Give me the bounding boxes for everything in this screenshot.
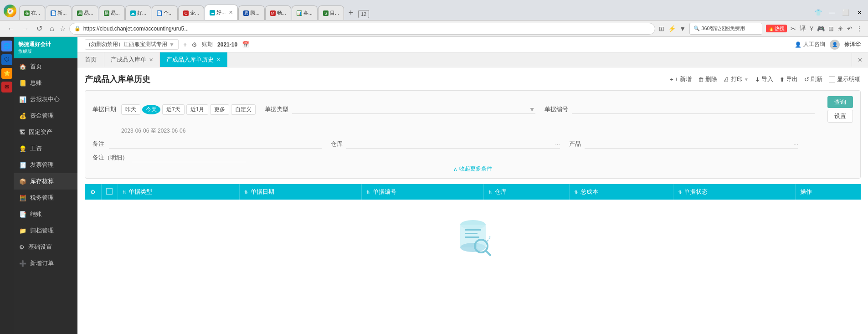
url-bar[interactable]: 🔒 https://cloud.chanjet.com/accounting/u… <box>69 23 656 35</box>
col-voucher-no[interactable]: ⇅ 单据编号 <box>362 184 484 200</box>
import-btn[interactable]: ⬇ 导入 <box>755 75 773 83</box>
address-bar-dropdown[interactable]: ▼ <box>679 25 686 32</box>
company-selector[interactable]: (勿删勿禁用）江西服宝测试专用 ▼ <box>85 39 179 50</box>
tab-9-label: 腾... <box>250 10 259 16</box>
col-checkbox[interactable] <box>101 184 118 200</box>
extensions-icon[interactable]: ⊞ <box>659 25 664 32</box>
refresh-page-btn[interactable]: ↺ 刷新 <box>804 75 822 83</box>
page-tab-voucher-list[interactable]: 产成品入库单 ✕ <box>104 52 160 67</box>
sidebar-item-tax[interactable]: 🧮 税务管理 <box>14 190 77 206</box>
page-tab-history[interactable]: 产成品入库单历史 ✕ <box>160 52 227 67</box>
collapse-btn[interactable]: ∧ 收起更多条件 <box>453 165 492 173</box>
hot-search-badge[interactable]: 🔥热搜 <box>766 25 787 32</box>
date-btn-7days[interactable]: 近7天 <box>162 104 185 115</box>
date-btn-yesterday[interactable]: 昨天 <box>121 104 140 115</box>
filter-remark-detail-input[interactable] <box>132 153 246 162</box>
browser-tab-2[interactable]: 📄 新... <box>46 5 72 20</box>
col-voucher-type[interactable]: ⇅ 单据类型 <box>118 184 240 200</box>
user-avatar[interactable]: 👤 <box>830 40 840 50</box>
filter-warehouse-input[interactable] <box>346 139 555 148</box>
sidebar-item-inventory[interactable]: 📦 库存核算 <box>14 173 77 190</box>
filter-settings-btn[interactable]: 设置 <box>827 110 853 123</box>
print-btn[interactable]: 🖨 打印 ▼ <box>724 75 749 83</box>
close-btn[interactable]: ✕ <box>854 7 864 17</box>
sidebar-item-fund[interactable]: 💰 资金管理 <box>14 108 77 124</box>
col-date[interactable]: ⇅ 单据日期 <box>240 184 362 200</box>
sidebar-item-cloud-report[interactable]: 📊 云报表中心 <box>14 91 77 108</box>
user-service-link[interactable]: 👤 人工咨询 <box>795 41 825 48</box>
home-btn[interactable]: ⌂ <box>48 25 56 33</box>
filter-remark-input[interactable] <box>109 139 322 148</box>
col-status[interactable]: ⇅ 单据状态 <box>673 184 795 200</box>
more-icon[interactable]: ⋮ <box>856 25 863 32</box>
translate-icon[interactable]: 译 <box>800 25 806 33</box>
left-icon-star[interactable]: ⭐ <box>1 68 12 79</box>
date-btn-1month[interactable]: 近1月 <box>186 104 209 115</box>
page-tab-home[interactable]: 首页 <box>77 52 104 67</box>
minimize-btn[interactable]: — <box>827 7 837 17</box>
sidebar-item-fixed-assets[interactable]: 🏗 固定资产 <box>14 124 77 140</box>
sidebar-item-new-order[interactable]: ➕ 新增订单 <box>14 255 77 272</box>
browser-tab-4[interactable]: 易 易... <box>99 5 125 20</box>
sidebar-item-ledger[interactable]: 📒 总账 <box>14 75 77 91</box>
browser-tab-1[interactable]: 在 在... <box>19 5 45 20</box>
filter-product-dots[interactable]: ··· <box>793 140 798 147</box>
browser-tab-3[interactable]: 易 易... <box>72 5 98 20</box>
browser-tab-9[interactable]: 腾 腾... <box>238 5 264 20</box>
filter-no-input[interactable] <box>572 105 815 113</box>
browser-tab-12[interactable]: S 目... <box>318 5 344 20</box>
filter-product-input[interactable] <box>585 139 793 148</box>
browser-tab-7[interactable]: C 企... <box>178 5 204 20</box>
delete-btn[interactable]: 🗑 删除 <box>698 75 717 83</box>
sidebar-item-archive[interactable]: 📁 归档管理 <box>14 222 77 239</box>
shirt-icon[interactable]: 👕 <box>813 7 823 17</box>
sidebar-item-basic-settings[interactable]: ⚙ 基础设置 <box>14 239 77 255</box>
calendar-icon[interactable]: 📅 <box>242 41 249 48</box>
search-btn[interactable]: 查询 <box>827 96 853 108</box>
filter-warehouse-dots[interactable]: ··· <box>555 140 560 147</box>
show-detail-cb[interactable]: 显示明细 <box>829 75 861 83</box>
back-btn[interactable]: ← <box>5 25 16 33</box>
scissors-icon[interactable]: ✂ <box>791 25 796 32</box>
filter-type-dropdown[interactable]: ▼ <box>529 106 535 113</box>
game-icon[interactable]: 🎮 <box>817 25 825 32</box>
company-settings-icon[interactable]: ⚙ <box>191 41 197 48</box>
col-warehouse[interactable]: ⇅ 仓库 <box>484 184 570 200</box>
add-company-btn[interactable]: + <box>183 41 187 48</box>
export-btn[interactable]: ⬆ 导出 <box>780 75 798 83</box>
date-btn-more[interactable]: 更多 <box>210 104 229 115</box>
currency-icon[interactable]: ¥ <box>810 25 813 32</box>
tab-8-close[interactable]: ✕ <box>229 10 233 15</box>
date-btn-custom[interactable]: 自定义 <box>231 104 256 115</box>
left-icon-globe[interactable]: 🌐 <box>1 41 12 51</box>
browser-tab-11[interactable]: 📊 各... <box>292 5 318 20</box>
left-icon-mail[interactable]: ✉ <box>1 82 12 92</box>
browser-tab-6[interactable]: 📄 个... <box>152 5 178 20</box>
bookmark-btn[interactable]: ☆ <box>60 25 66 33</box>
new-tab-btn[interactable]: + <box>344 6 357 19</box>
forward-btn[interactable]: → <box>20 25 31 33</box>
sidebar-item-close-account[interactable]: 📑 结账 <box>14 206 77 222</box>
filter-type-input[interactable] <box>292 105 529 113</box>
lightning-icon[interactable]: ⚡ <box>668 25 676 32</box>
page-tab-history-close[interactable]: ✕ <box>216 57 221 63</box>
sidebar-item-invoice[interactable]: 🧾 发票管理 <box>14 157 77 173</box>
sidebar-item-salary[interactable]: 👷 工资 <box>14 140 77 157</box>
page-tab-voucher-list-close[interactable]: ✕ <box>149 57 153 63</box>
refresh-browser-btn[interactable]: ↺ <box>35 24 44 33</box>
close-all-tabs-btn[interactable]: ✕ <box>852 53 868 67</box>
theme-icon[interactable]: ☀ <box>837 25 843 32</box>
left-icon-shield[interactable]: 🛡 <box>1 54 12 65</box>
history-icon[interactable]: ↶ <box>847 25 853 32</box>
col-total-cost[interactable]: ⇅ 总成本 <box>569 184 673 200</box>
restore-btn[interactable]: ⬜ <box>841 7 851 17</box>
sidebar-item-home[interactable]: 🏠 首页 <box>14 58 77 75</box>
browser-tab-8[interactable]: ☁ 好... ✕ <box>205 5 238 20</box>
browser-tab-5[interactable]: ☁ 好... <box>125 5 151 20</box>
add-btn[interactable]: + + 新增 <box>670 75 692 83</box>
grid-icon[interactable]: ⊞ <box>828 25 834 32</box>
date-btn-today[interactable]: 今天 <box>142 105 160 114</box>
search-bar-360[interactable]: 🔍 360智能抠图免费用 <box>689 23 762 35</box>
browser-tab-10[interactable]: M 畅... <box>265 5 291 20</box>
col-gear[interactable]: ⚙ <box>85 184 101 200</box>
